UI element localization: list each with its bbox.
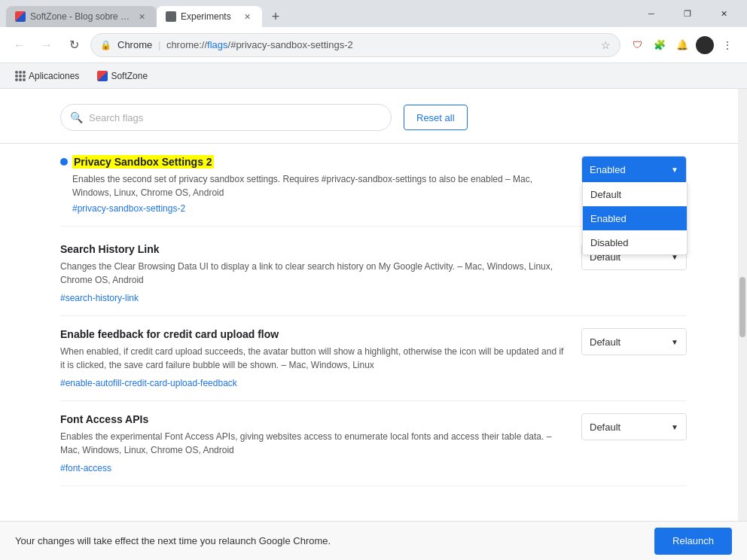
page-content: 🔍 Search flags Reset all Privacy Sandbox…: [0, 89, 747, 560]
flag-title-font-access: Font Access APIs: [60, 413, 569, 425]
close-button[interactable]: ✕: [706, 5, 741, 23]
softzone-bookmark-label: SoftZone: [111, 71, 148, 81]
forward-button[interactable]: →: [36, 35, 57, 56]
softzone-favicon: [15, 11, 26, 22]
omnibox[interactable]: 🔒 Chrome | chrome://flags/#privacy-sandb…: [90, 33, 620, 57]
flag-control-privacy-sandbox: Enabled ▼ Default Enabled Disabled: [581, 156, 687, 183]
dropdown-header-credit-card[interactable]: Default ▼: [582, 329, 686, 355]
bottom-bar: Your changes will take effect the next t…: [0, 521, 747, 560]
flag-item-font-access: Font Access APIs Enables the experimenta…: [60, 401, 687, 486]
search-box[interactable]: 🔍 Search flags: [60, 104, 392, 131]
omnibox-separator: |: [158, 39, 160, 50]
search-icon: 🔍: [70, 111, 83, 123]
address-bar: ← → ↻ 🔒 Chrome | chrome://flags/#privacy…: [0, 27, 747, 63]
flag-desc-credit-card: When enabled, if credit card upload succ…: [60, 345, 569, 372]
dropdown-font-access[interactable]: Default ▼: [581, 413, 687, 440]
shield-toolbar-icon[interactable]: 🛡: [627, 35, 648, 56]
avatar-button[interactable]: [694, 35, 715, 56]
dropdown-header-font-access[interactable]: Default ▼: [582, 414, 686, 440]
flag-link-privacy-sandbox[interactable]: #privacy-sandbox-settings-2: [72, 203, 185, 214]
flag-info-search-history: Search History Link Changes the Clear Br…: [60, 243, 569, 303]
bottom-message: Your changes will take effect the next t…: [15, 535, 642, 546]
dropdown-option-disabled-1[interactable]: Disabled: [583, 230, 687, 254]
flag-control-font-access: Default ▼: [581, 413, 687, 440]
flag-dot-1: [60, 158, 68, 166]
flag-link-font-access[interactable]: #font-access: [60, 463, 111, 473]
dropdown-header-privacy-sandbox[interactable]: Enabled ▼: [582, 157, 686, 182]
experiments-tab-label: Experiments: [181, 11, 236, 22]
flag-desc-font-access: Enables the experimental Font Access API…: [60, 430, 569, 457]
relaunch-button[interactable]: Relaunch: [654, 528, 732, 555]
tab-strip: SoftZone - Blog sobre software, ✕ Experi…: [6, 0, 634, 27]
new-tab-button[interactable]: +: [265, 6, 286, 27]
flag-desc-search-history: Changes the Clear Browsing Data UI to di…: [60, 260, 569, 287]
reset-all-button[interactable]: Reset all: [404, 105, 468, 130]
flags-list: Privacy Sandbox Settings 2 Enables the s…: [0, 144, 747, 560]
dropdown-arrow-4: ▼: [671, 423, 678, 431]
flag-item-credit-card: Enable feedback for credit card upload f…: [60, 316, 687, 401]
experiments-tab-close[interactable]: ✕: [241, 11, 253, 23]
apps-bookmark[interactable]: Aplicaciones: [9, 69, 85, 83]
tab-softzone[interactable]: SoftZone - Blog sobre software, ✕: [6, 6, 157, 27]
maximize-button[interactable]: ❐: [670, 5, 705, 23]
dropdown-current-font-access: Default: [590, 422, 620, 433]
extensions-icon[interactable]: 🧩: [649, 35, 670, 56]
chrome-menu-button[interactable]: ⋮: [717, 35, 738, 56]
flag-item-privacy-sandbox: Privacy Sandbox Settings 2 Enables the s…: [60, 144, 687, 227]
title-bar: SoftZone - Blog sobre software, ✕ Experi…: [0, 0, 747, 27]
flag-title-credit-card: Enable feedback for credit card upload f…: [60, 328, 569, 340]
scrollbar[interactable]: [738, 89, 747, 560]
dropdown-current-privacy-sandbox: Enabled: [590, 164, 626, 175]
flag-title-privacy-sandbox: Privacy Sandbox Settings 2: [72, 155, 214, 169]
window-controls: ─ ❐ ✕: [634, 5, 741, 27]
avatar-circle: [696, 36, 714, 54]
softzone-bookmark-favicon: [97, 71, 108, 81]
flag-info-credit-card: Enable feedback for credit card upload f…: [60, 328, 569, 388]
minimize-button[interactable]: ─: [634, 5, 669, 23]
omnibox-hash: /#privacy-sandbox-settings-2: [228, 39, 353, 50]
apps-grid-icon: [15, 71, 26, 81]
toolbar-buttons: 🛡 🧩 🔔 ⋮: [627, 35, 738, 56]
back-button[interactable]: ←: [9, 35, 30, 56]
flag-link-credit-card[interactable]: #enable-autofill-credit-card-upload-feed…: [60, 378, 237, 388]
dropdown-credit-card[interactable]: Default ▼: [581, 328, 687, 355]
flag-title-wrapper-1: Privacy Sandbox Settings 2: [72, 156, 214, 168]
apps-label: Aplicaciones: [29, 71, 79, 81]
omnibox-path: chrome://: [166, 39, 207, 50]
flag-title-search-history: Search History Link: [60, 243, 569, 255]
dropdown-privacy-sandbox[interactable]: Enabled ▼ Default Enabled Disabled: [581, 156, 687, 183]
bookmarks-bar: Aplicaciones SoftZone: [0, 63, 747, 89]
refresh-button[interactable]: ↻: [63, 35, 84, 56]
lock-icon: 🔒: [100, 40, 111, 50]
flag-info-font-access: Font Access APIs Enables the experimenta…: [60, 413, 569, 473]
softzone-bookmark[interactable]: SoftZone: [91, 69, 154, 83]
omnibox-flags-part: flags: [207, 39, 227, 50]
flags-header: 🔍 Search flags Reset all: [0, 89, 747, 144]
dropdown-menu-privacy-sandbox: Default Enabled Disabled: [582, 182, 688, 255]
scrollbar-thumb[interactable]: [739, 277, 745, 337]
flag-link-search-history[interactable]: #search-history-link: [60, 293, 139, 303]
flag-title-row-1: Privacy Sandbox Settings 2: [60, 156, 569, 168]
softzone-tab-close[interactable]: ✕: [136, 11, 148, 23]
flag-desc-privacy-sandbox: Enables the second set of privacy sandbo…: [72, 172, 569, 199]
star-icon[interactable]: ☆: [601, 39, 611, 51]
omnibox-url: Chrome | chrome://flags/#privacy-sandbox…: [117, 39, 595, 50]
flag-info-privacy-sandbox: Privacy Sandbox Settings 2 Enables the s…: [60, 156, 569, 214]
flag-control-credit-card: Default ▼: [581, 328, 687, 355]
bell-icon[interactable]: 🔔: [672, 35, 693, 56]
search-input[interactable]: Search flags: [89, 112, 143, 123]
tab-experiments[interactable]: Experiments ✕: [157, 6, 262, 27]
experiments-favicon: [166, 11, 176, 22]
softzone-tab-label: SoftZone - Blog sobre software,: [30, 11, 131, 22]
omnibox-site: Chrome: [117, 39, 152, 50]
dropdown-option-default-1[interactable]: Default: [583, 182, 687, 206]
dropdown-arrow-3: ▼: [671, 338, 678, 346]
dropdown-current-credit-card: Default: [590, 336, 620, 348]
dropdown-option-enabled-1[interactable]: Enabled: [583, 206, 687, 230]
dropdown-arrow-1: ▼: [671, 166, 678, 174]
